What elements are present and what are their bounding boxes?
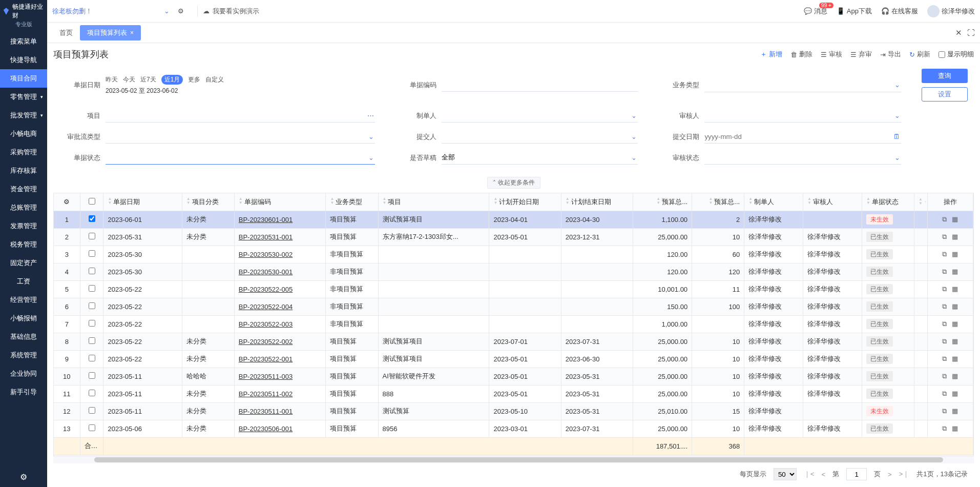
sidebar-item-4[interactable]: 批发管理▾ bbox=[0, 106, 47, 125]
col-auditor[interactable]: ▲▼审核人 bbox=[803, 193, 862, 211]
page-number-input[interactable] bbox=[846, 468, 867, 480]
col-maker[interactable]: ▲▼制单人 bbox=[744, 193, 803, 211]
search-button[interactable]: 查询 bbox=[922, 69, 968, 83]
bill-no-link[interactable]: BP-20230522-003 bbox=[239, 320, 293, 328]
col-budget-1[interactable]: ▲▼预算总... bbox=[633, 193, 692, 211]
table-row[interactable]: 11 2023-05-11 未分类 BP-20230511-002 项目预算 8… bbox=[54, 385, 973, 402]
bill-no-link[interactable]: BP-20230511-003 bbox=[239, 373, 293, 380]
grid-icon[interactable]: ▦ bbox=[952, 285, 958, 293]
date-opt-week[interactable]: 近7天 bbox=[140, 75, 156, 84]
view-icon[interactable]: ⧉ bbox=[942, 424, 947, 433]
table-row[interactable]: 1 2023-06-01 未分类 BP-20230601-001 项目预算 测试… bbox=[54, 211, 973, 228]
grid-icon[interactable]: ▦ bbox=[952, 372, 958, 380]
row-checkbox[interactable] bbox=[89, 250, 95, 257]
sidebar-item-13[interactable]: 工资 bbox=[0, 272, 47, 291]
collapse-button[interactable]: ˄ 收起更多条件 bbox=[487, 177, 540, 189]
biz-type-input[interactable] bbox=[704, 78, 894, 92]
date-opt-custom[interactable]: 自定义 bbox=[205, 75, 224, 84]
view-icon[interactable]: ⧉ bbox=[942, 268, 947, 276]
table-row[interactable]: 3 2023-05-30 BP-20230530-002 非项目预算 120.0… bbox=[54, 246, 973, 263]
discard-button[interactable]: ☰弃审 bbox=[850, 50, 872, 59]
view-icon[interactable]: ⧉ bbox=[942, 215, 947, 224]
bill-no-link[interactable]: BP-20230511-002 bbox=[239, 390, 293, 398]
grid-icon[interactable]: ▦ bbox=[952, 302, 958, 311]
grid-icon[interactable]: ▦ bbox=[952, 215, 958, 224]
view-icon[interactable]: ⧉ bbox=[942, 250, 947, 258]
date-opt-month[interactable]: 近1月 bbox=[161, 75, 183, 85]
grid-icon[interactable]: ▦ bbox=[952, 355, 958, 363]
col-category[interactable]: ▲▼项目分类 bbox=[182, 193, 234, 211]
sidebar-item-2[interactable]: 项目合同 bbox=[0, 69, 47, 88]
calendar-icon[interactable]: 🗓 bbox=[893, 133, 900, 140]
bill-no-link[interactable]: BP-20230601-001 bbox=[239, 216, 293, 224]
view-icon[interactable]: ⧉ bbox=[942, 320, 947, 328]
col-plan-start[interactable]: ▲▼计划开始日期 bbox=[489, 193, 561, 211]
col-project[interactable]: ▲▼项目 bbox=[378, 193, 489, 211]
sidebar-item-5[interactable]: 小畅电商 bbox=[0, 125, 47, 143]
bill-no-link[interactable]: BP-20230530-002 bbox=[239, 251, 293, 258]
submitter-input[interactable] bbox=[442, 130, 632, 143]
chevron-down-icon[interactable]: ⌄ bbox=[631, 154, 637, 161]
table-row[interactable]: 12 2023-05-11 未分类 BP-20230511-001 项目预算 测… bbox=[54, 402, 973, 420]
close-panel-icon[interactable]: ✕ bbox=[955, 28, 962, 37]
sidebar-item-15[interactable]: 小畅报销 bbox=[0, 309, 47, 328]
sidebar-item-8[interactable]: 资金管理 bbox=[0, 180, 47, 198]
view-icon[interactable]: ⧉ bbox=[942, 355, 947, 363]
approve-status-input[interactable] bbox=[704, 151, 894, 164]
table-row[interactable]: 2 2023-05-31 未分类 BP-20230531-001 项目预算 东方… bbox=[54, 228, 973, 246]
sidebar-item-0[interactable]: 搜索菜单 bbox=[0, 32, 47, 51]
chevron-down-icon[interactable]: ⌄ bbox=[631, 133, 637, 140]
last-page-icon[interactable]: >｜ bbox=[899, 470, 910, 479]
bill-no-link[interactable]: BP-20230530-001 bbox=[239, 268, 293, 276]
view-icon[interactable]: ⧉ bbox=[942, 285, 947, 293]
date-opt-yesterday[interactable]: 昨天 bbox=[106, 75, 118, 84]
refresh-button[interactable]: ↻刷新 bbox=[909, 50, 930, 59]
chevron-down-icon[interactable]: ⌄ bbox=[368, 154, 374, 161]
sidebar-item-14[interactable]: 经营管理 bbox=[0, 291, 47, 309]
row-checkbox[interactable] bbox=[89, 407, 95, 414]
bill-no-link[interactable]: BP-20230522-001 bbox=[239, 355, 293, 363]
sidebar-item-12[interactable]: 固定资产 bbox=[0, 254, 47, 272]
approve-button[interactable]: ☰审核 bbox=[821, 50, 842, 59]
download-button[interactable]: 📱 App下载 bbox=[837, 7, 872, 16]
page-size-select[interactable]: 50 bbox=[774, 468, 797, 480]
delete-button[interactable]: 🗑删除 bbox=[790, 50, 812, 59]
user-menu[interactable]: 徐泽华修改 bbox=[927, 5, 975, 17]
maker-input[interactable] bbox=[442, 109, 632, 122]
sidebar-settings-icon[interactable]: ⚙ bbox=[0, 472, 47, 482]
row-checkbox[interactable] bbox=[89, 285, 95, 292]
sidebar-item-1[interactable]: 快捷导航 bbox=[0, 51, 47, 69]
col-bill-no[interactable]: ▲▼单据编码 bbox=[234, 193, 326, 211]
project-input[interactable] bbox=[106, 109, 367, 122]
bill-no-link[interactable]: BP-20230522-005 bbox=[239, 286, 293, 293]
settings-button[interactable]: 设置 bbox=[922, 87, 968, 102]
grid-icon[interactable]: ▦ bbox=[952, 337, 958, 346]
sidebar-item-16[interactable]: 基础信息 bbox=[0, 328, 47, 346]
chevron-down-icon[interactable]: ⌄ bbox=[368, 133, 374, 140]
row-checkbox[interactable] bbox=[89, 268, 95, 274]
table-row[interactable]: 7 2023-05-22 BP-20230522-003 非项目预算 1,000… bbox=[54, 315, 973, 333]
sidebar-item-9[interactable]: 总账管理 bbox=[0, 198, 47, 217]
flow-type-input[interactable] bbox=[106, 130, 368, 143]
table-row[interactable]: 8 2023-05-22 未分类 BP-20230522-002 项目预算 测试… bbox=[54, 333, 973, 350]
bill-no-link[interactable]: BP-20230522-004 bbox=[239, 303, 293, 311]
date-opt-more[interactable]: 更多 bbox=[188, 75, 200, 84]
table-row[interactable]: 9 2023-05-22 未分类 BP-20230522-001 项目预算 测试… bbox=[54, 350, 973, 368]
close-icon[interactable]: × bbox=[130, 29, 134, 36]
col-extra[interactable]: ▲▼ bbox=[914, 193, 928, 211]
export-button[interactable]: ⇥导出 bbox=[880, 50, 901, 59]
col-biz-type[interactable]: ▲▼业务类型 bbox=[326, 193, 378, 211]
bill-no-input[interactable] bbox=[442, 78, 638, 92]
view-icon[interactable]: ⧉ bbox=[942, 337, 947, 346]
view-icon[interactable]: ⧉ bbox=[942, 390, 947, 398]
table-row[interactable]: 13 2023-05-06 未分类 BP-20230506-001 项目预算 8… bbox=[54, 420, 973, 437]
add-button[interactable]: ＋新增 bbox=[760, 50, 782, 59]
horizontal-scrollbar[interactable] bbox=[53, 456, 974, 463]
sidebar-item-11[interactable]: 税务管理 bbox=[0, 235, 47, 254]
fullscreen-icon[interactable]: ⛶ bbox=[967, 28, 975, 37]
show-detail-checkbox[interactable] bbox=[939, 51, 945, 58]
bill-no-link[interactable]: BP-20230531-001 bbox=[239, 233, 293, 241]
org-selector[interactable]: 徐老板勿删！ ⌄ bbox=[52, 7, 170, 16]
grid-icon[interactable]: ▦ bbox=[952, 268, 958, 276]
row-checkbox[interactable] bbox=[89, 337, 95, 344]
